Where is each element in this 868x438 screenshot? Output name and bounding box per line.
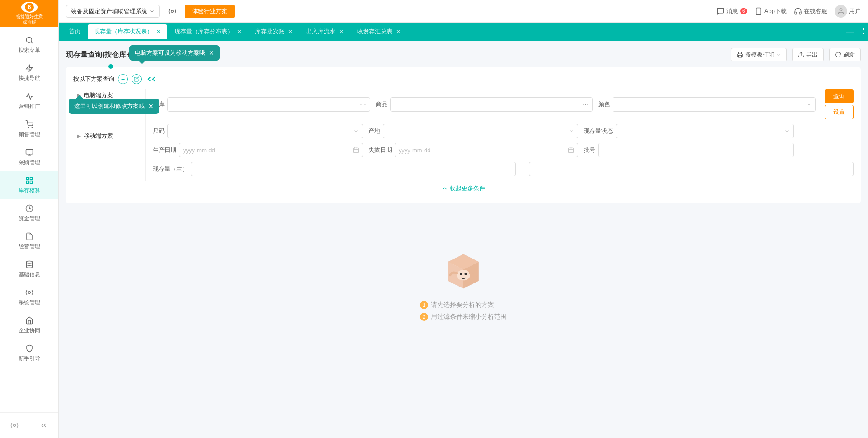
main-area: 装备及固定资产辅助管理系统 体验行业方案 消息 6 App下载 在线客服: [59, 0, 868, 438]
print-icon: [737, 52, 743, 58]
filter-row-4: 现存量（主） —: [153, 162, 854, 176]
filter-field-product: 商品 ···: [376, 97, 593, 112]
stock-qty-range: —: [191, 162, 854, 176]
svg-point-33: [460, 273, 462, 275]
stock-qty-max-input[interactable]: [529, 162, 854, 176]
tab-inventory-dist[interactable]: 现存量（库存分布表） ✕: [168, 24, 248, 39]
refresh-icon: [835, 52, 841, 58]
tab-close-inout-flow[interactable]: ✕: [339, 28, 344, 35]
batch-input[interactable]: [598, 143, 794, 157]
sidebar-item-enterprise[interactable]: 企业协同: [0, 311, 58, 339]
gear-button[interactable]: [165, 4, 179, 19]
tab-close-batch-account[interactable]: ✕: [288, 28, 292, 35]
user-profile-button[interactable]: 用户: [835, 5, 861, 18]
stock-status-chevron-icon: [784, 128, 790, 134]
sidebar-item-inventory[interactable]: 库存核算: [0, 171, 58, 199]
svg-point-17: [840, 9, 842, 11]
set-button[interactable]: 设置: [825, 105, 854, 119]
sidebar-item-assets[interactable]: 资金管理: [0, 199, 58, 227]
batch-label: 批号: [584, 146, 595, 154]
tooltip2-close-button[interactable]: ✕: [148, 103, 154, 110]
filter-add-button[interactable]: +: [118, 74, 128, 84]
tooltip1-close-button[interactable]: ✕: [209, 49, 214, 57]
app-download-button[interactable]: App下载: [755, 7, 787, 15]
refresh-button[interactable]: 刷新: [829, 48, 861, 61]
sidebar-item-purchase[interactable]: 采购管理: [0, 143, 58, 171]
svg-point-12: [28, 292, 30, 294]
produce-date-input[interactable]: yyyy-mm-dd: [179, 143, 363, 157]
purchase-icon: [24, 147, 34, 157]
product-input[interactable]: ···: [390, 97, 593, 112]
svg-rect-8: [26, 181, 28, 184]
tab-maximize-btn[interactable]: ⛶: [857, 28, 864, 36]
svg-point-34: [465, 273, 467, 275]
base-info-icon: [24, 259, 34, 269]
system-select[interactable]: 装备及固定资产辅助管理系统: [66, 5, 160, 18]
filter-arrow-left-button[interactable]: [145, 75, 158, 83]
filter-row-3: 生产日期 yyyy-mm-dd 失效日期 yyyy-mm-dd: [153, 143, 854, 157]
sidebar-item-operations[interactable]: 经营管理: [0, 227, 58, 255]
messages-button[interactable]: 消息 6: [717, 7, 747, 15]
origin-select[interactable]: [383, 124, 579, 138]
scheme-group-mobile-toggle[interactable]: ▶ 移动端方案: [73, 130, 142, 142]
collapse-bar[interactable]: 收起更多条件: [73, 181, 854, 196]
tab-inventory-status[interactable]: 现存量（库存状况表） ✕: [88, 24, 167, 39]
svg-text:6: 6: [28, 4, 31, 10]
online-service-button[interactable]: 在线客服: [794, 7, 827, 15]
sidebar-item-marketing[interactable]: 营销推广: [0, 87, 58, 115]
filter-field-batch: 批号: [584, 143, 794, 157]
filter-panel: 按以下方案查询 + 电脑方案可设为移动方案哦 ✕: [66, 67, 861, 203]
svg-point-14: [171, 10, 174, 12]
filter-field-expire-date: 失效日期 yyyy-mm-dd: [368, 143, 579, 157]
query-button[interactable]: 查询: [825, 89, 854, 103]
empty-illustration: [441, 245, 486, 290]
assets-icon: [24, 203, 34, 213]
expire-date-label: 失效日期: [368, 146, 392, 154]
collapse-sidebar-btn[interactable]: [37, 418, 51, 433]
sidebar-item-purchase-label: 采购管理: [19, 159, 40, 166]
tab-home[interactable]: 首页: [62, 24, 87, 39]
sidebar-item-base-info-label: 基础信息: [19, 271, 40, 278]
color-select[interactable]: [613, 97, 816, 112]
settings-bottom-btn[interactable]: [7, 418, 22, 433]
tab-receive-dispatch[interactable]: 收发存汇总表 ✕: [351, 24, 407, 39]
print-template-button[interactable]: 按模板打印: [731, 48, 787, 61]
tab-inout-flow[interactable]: 出入库流水 ✕: [300, 24, 350, 39]
size-select[interactable]: [167, 124, 363, 138]
download-icon: [755, 7, 763, 15]
message-icon: [717, 7, 725, 15]
page-actions: 按模板打印 导出 刷新: [731, 48, 861, 61]
sidebar-bottom: [0, 412, 58, 438]
sidebar-item-sales[interactable]: 销售管理: [0, 115, 58, 143]
app-download-label: App下载: [764, 7, 787, 15]
sidebar-item-guide[interactable]: 新手引导: [0, 339, 58, 367]
calendar-icon-2: [568, 147, 574, 153]
origin-label: 产地: [368, 127, 380, 135]
operations-icon: [24, 231, 34, 241]
warehouse-dots-icon: ···: [360, 100, 366, 108]
filter-body: ▶ 电脑端方案 这里可以创建和修改方案哦 ✕ ▶: [73, 89, 854, 181]
produce-date-label: 生产日期: [153, 146, 176, 154]
sidebar-logo: 6 畅捷通好生意 标准版: [0, 0, 58, 27]
export-button[interactable]: 导出: [792, 48, 824, 61]
warehouse-input[interactable]: ···: [167, 97, 370, 112]
tab-minimize-btn[interactable]: —: [846, 28, 854, 36]
user-avatar: [835, 5, 847, 18]
stock-qty-min-input[interactable]: [191, 162, 516, 176]
tab-close-receive-dispatch[interactable]: ✕: [396, 28, 401, 35]
tab-close-inventory-dist[interactable]: ✕: [237, 28, 241, 35]
stock-status-select[interactable]: [616, 124, 794, 138]
filter-field-stock-qty: 现存量（主） —: [153, 162, 854, 176]
tab-close-inventory-status[interactable]: ✕: [156, 28, 161, 35]
sidebar-item-base-info[interactable]: 基础信息: [0, 255, 58, 283]
sidebar-item-search[interactable]: 搜索菜单: [0, 31, 58, 59]
expire-date-input[interactable]: yyyy-mm-dd: [395, 143, 579, 157]
solution-button[interactable]: 体验行业方案: [185, 5, 235, 18]
filter-edit-button[interactable]: [132, 74, 142, 84]
sidebar-item-quick-nav[interactable]: 快捷导航: [0, 59, 58, 87]
sidebar-item-system-label: 系统管理: [19, 299, 40, 306]
svg-rect-24: [569, 148, 574, 153]
tab-batch-account[interactable]: 库存批次账 ✕: [249, 24, 299, 39]
sidebar-item-system[interactable]: 系统管理: [0, 283, 58, 311]
empty-tips: 1 请先选择要分析的方案 2 用过滤条件来缩小分析范围: [420, 301, 507, 325]
